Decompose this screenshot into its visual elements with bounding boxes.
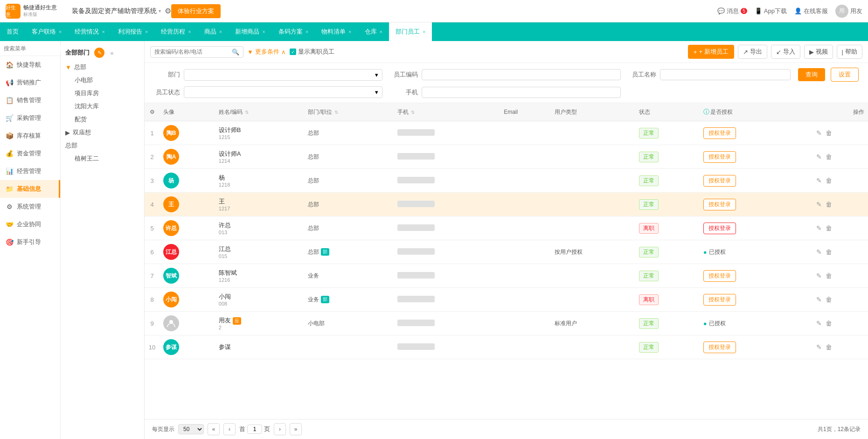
sidebar-item-system[interactable]: ⚙ 系统管理 [0, 198, 60, 216]
dept-collapse-button[interactable]: « [107, 48, 117, 57]
tab-history[interactable]: 经营历程× [154, 22, 197, 41]
auth-button[interactable]: 授权登录 [703, 341, 736, 353]
dept-item-shenyang[interactable]: 沈阳大库 [61, 100, 144, 113]
auth-button[interactable]: 授权登录 [703, 151, 736, 163]
sidebar-item-basic-info[interactable]: 📁 基础信息 [0, 180, 60, 198]
dept-item-xiangmu[interactable]: 项目库房 [61, 87, 144, 100]
close-tab-employees[interactable]: × [423, 29, 425, 35]
delete-button[interactable]: 🗑 [826, 129, 832, 137]
emp-code-input[interactable] [422, 69, 620, 80]
delete-button[interactable]: 🗑 [826, 248, 832, 256]
add-employee-button[interactable]: + + 新增员工 [688, 45, 734, 59]
sidebar-item-cooperation[interactable]: 🤝 企业协同 [0, 216, 60, 233]
close-tab-bom[interactable]: × [348, 29, 351, 35]
tab-add-goods[interactable]: 新增商品× [229, 22, 271, 41]
tab-bom[interactable]: 物料清单× [315, 22, 358, 41]
dept-item-zongbu2[interactable]: 总部 [61, 139, 144, 152]
tab-warehouse[interactable]: 仓库× [358, 22, 389, 41]
phone-input[interactable] [422, 87, 620, 98]
auth-button[interactable]: 授权登录 [703, 175, 736, 187]
query-button[interactable]: 查询 [798, 68, 825, 81]
dept-item-peihuo[interactable]: 配货 [61, 113, 144, 126]
delete-button[interactable]: 🗑 [826, 153, 832, 160]
auth-button[interactable]: 授权登录 [703, 294, 736, 306]
import-button[interactable]: ↙ 导入 [771, 45, 800, 59]
delete-button[interactable]: 🗑 [826, 224, 832, 232]
edit-button[interactable]: ✎ [816, 320, 822, 327]
view-button[interactable]: ▶ 视频 [804, 45, 833, 59]
tab-customer[interactable]: 客户联络× [25, 22, 68, 41]
edit-button[interactable]: ✎ [816, 153, 822, 160]
online-service-button[interactable]: 👤 在线客服 [794, 7, 828, 15]
edit-button[interactable]: ✎ [816, 224, 822, 232]
edit-button[interactable]: ✎ [816, 248, 822, 256]
auth-button[interactable]: 授权登录 [703, 270, 736, 282]
edit-button[interactable]: ✎ [816, 272, 822, 279]
sidebar-item-sales[interactable]: 📋 销售管理 [0, 91, 60, 109]
export-button[interactable]: ↗ 导出 [738, 45, 767, 59]
auth-button[interactable]: 授权登录 [703, 199, 736, 210]
edit-button[interactable]: ✎ [816, 177, 822, 184]
close-tab-goods[interactable]: × [219, 29, 222, 35]
close-tab-profit[interactable]: × [145, 29, 148, 35]
auth-button[interactable]: 授权登录 [703, 223, 736, 234]
close-tab-add-goods[interactable]: × [262, 29, 265, 35]
close-tab-warehouse[interactable]: × [380, 29, 382, 35]
sidebar-item-inventory[interactable]: 📦 库存核算 [0, 127, 60, 145]
delete-button[interactable]: 🗑 [826, 320, 832, 327]
emp-name-input[interactable] [660, 69, 791, 80]
employee-search-input[interactable] [154, 49, 229, 55]
col-dept-position[interactable]: 部门/职位 ⇅ [304, 103, 394, 121]
tab-home[interactable]: 首页 [0, 22, 25, 41]
tab-barcode[interactable]: 条码方案× [272, 22, 315, 41]
system-dropdown-icon[interactable]: ▾ [159, 8, 161, 14]
dept-add-button[interactable]: ✎ [94, 48, 104, 58]
col-name-code[interactable]: 姓名/编码 ⇅ [215, 103, 305, 121]
page-size-select[interactable]: 50 20 100 [178, 424, 204, 434]
delete-button[interactable]: 🗑 [826, 201, 832, 208]
sidebar-item-marketing[interactable]: 📢 营销推广 [0, 74, 60, 91]
dept-item-shuangmiao[interactable]: ▶ 双庙想 [61, 126, 144, 139]
dept-filter-select[interactable]: ▾ [184, 69, 382, 81]
edit-button[interactable]: ✎ [816, 201, 822, 208]
more-conditions-button[interactable]: ▼ 更多条件 ∧ [247, 48, 286, 56]
first-page-button[interactable]: « [208, 423, 220, 435]
delete-button[interactable]: 🗑 [826, 177, 832, 184]
messages-button[interactable]: 💬 消息 5 [717, 7, 747, 15]
next-page-button[interactable]: › [274, 423, 286, 435]
edit-button[interactable]: ✎ [816, 343, 822, 351]
last-page-button[interactable]: » [290, 423, 302, 435]
app-download-button[interactable]: 📱 App下载 [755, 7, 787, 15]
delete-button[interactable]: 🗑 [826, 343, 832, 351]
tab-employees[interactable]: 部门员工× [389, 22, 432, 41]
tab-profit[interactable]: 利润报告× [111, 22, 154, 41]
close-tab-history[interactable]: × [188, 29, 191, 35]
sidebar-item-operations[interactable]: 📊 经营管理 [0, 162, 60, 180]
user-area[interactable]: 用 用友 [835, 5, 862, 18]
help-button[interactable]: | 帮助 [837, 45, 862, 59]
sidebar-item-guide[interactable]: 🎯 新手引导 [0, 233, 60, 251]
sidebar-item-purchase[interactable]: 🛒 采购管理 [0, 109, 60, 127]
sidebar-item-finance[interactable]: 💰 资金管理 [0, 145, 60, 162]
close-tab-barcode[interactable]: × [306, 29, 308, 35]
dept-item-zongbu[interactable]: ▼ 总部 [61, 61, 144, 74]
close-tab-customer[interactable]: × [59, 29, 62, 35]
edit-button[interactable]: ✎ [816, 129, 822, 137]
page-number-input[interactable] [247, 425, 262, 434]
emp-status-select[interactable]: ▾ [184, 86, 382, 98]
delete-button[interactable]: 🗑 [826, 272, 832, 279]
prev-page-button[interactable]: ‹ [223, 423, 236, 435]
edit-button[interactable]: ✎ [816, 296, 822, 303]
sidebar-item-quick-nav[interactable]: 🏠 快捷导航 [0, 56, 60, 74]
show-resigned-checkbox[interactable]: ✓ 显示离职员工 [290, 48, 334, 56]
auth-button[interactable]: 授权登录 [703, 127, 736, 139]
tab-goods[interactable]: 商品× [198, 22, 229, 41]
delete-button[interactable]: 🗑 [826, 296, 832, 303]
settings-button[interactable]: ⚙ [165, 7, 171, 15]
close-tab-operations[interactable]: × [102, 29, 104, 35]
tab-operations[interactable]: 经营情况× [68, 22, 111, 41]
set-button[interactable]: 设置 [831, 68, 859, 82]
dept-item-xiaodibu[interactable]: 小电部 [61, 74, 144, 87]
dept-item-zhishu[interactable]: 植树王二 [61, 152, 144, 165]
col-phone[interactable]: 手机 ⇅ [394, 103, 500, 121]
